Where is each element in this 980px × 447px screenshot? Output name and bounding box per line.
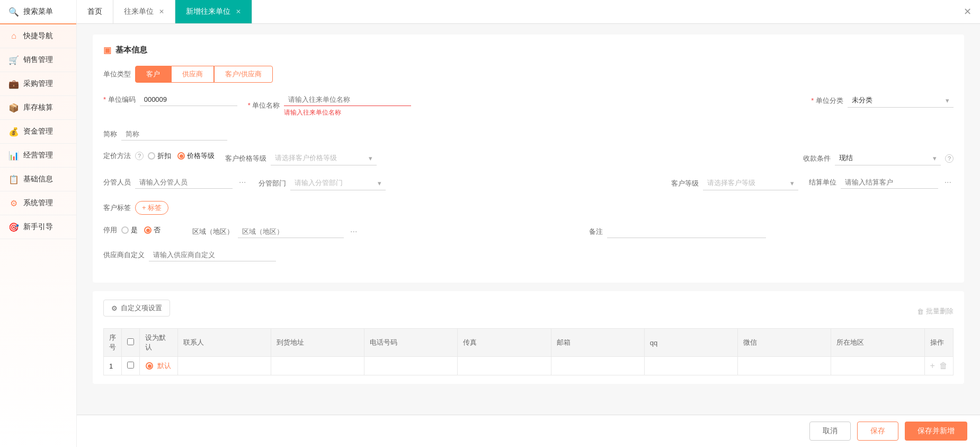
fax-input[interactable]	[463, 362, 545, 370]
finance-icon: 💰	[8, 126, 19, 137]
disable-yes[interactable]: 是	[121, 225, 138, 235]
supplier-custom-input[interactable]	[149, 249, 276, 261]
customer-price-level-label: 客户价格等级	[225, 154, 266, 163]
tag-row: 客户标签 + 标签	[103, 201, 954, 215]
col-qq: qq	[644, 329, 737, 357]
cell-phone[interactable]	[364, 357, 458, 375]
cell-wechat[interactable]	[738, 357, 831, 375]
phone-input[interactable]	[370, 362, 452, 370]
select-all-checkbox[interactable]	[127, 338, 134, 345]
manager-row: 分管人员 ··· 分管部门 请输入分管部门 ▾ 客户等级 请选择客户等级 ▾	[103, 176, 954, 190]
table-region-input[interactable]	[836, 362, 919, 370]
default-radio[interactable]: 默认	[145, 361, 172, 371]
sidebar-item-finance[interactable]: 💰 资金管理	[0, 120, 76, 144]
sidebar-item-guide[interactable]: 🎯 新手引导	[0, 215, 76, 239]
sidebar-item-operations[interactable]: 📊 经营管理	[0, 144, 76, 168]
save-new-button[interactable]: 保存并新增	[905, 422, 967, 441]
add-row-btn[interactable]: +	[930, 361, 935, 371]
cell-qq[interactable]	[644, 357, 737, 375]
default-label: 默认	[157, 361, 171, 371]
sidebar-item-search[interactable]: 🔍 搜索菜单	[0, 0, 76, 24]
type-btn-both[interactable]: 客户/供应商	[214, 66, 273, 83]
region-input[interactable]	[238, 225, 344, 238]
row-checkbox[interactable]	[127, 362, 134, 369]
sidebar-label-operations: 经营管理	[23, 151, 53, 160]
guide-icon: 🎯	[8, 222, 19, 232]
payment-terms-select[interactable]: 现结 ▾	[835, 151, 941, 165]
tab-new-partner-close[interactable]: ✕	[236, 8, 241, 15]
email-input[interactable]	[557, 362, 639, 370]
contact-input[interactable]	[183, 362, 265, 370]
basic-icon: 📋	[8, 174, 19, 185]
delete-row-btn[interactable]: 🗑	[939, 361, 948, 371]
sidebar-label-system: 系统管理	[23, 198, 53, 208]
cell-contact[interactable]	[177, 357, 271, 375]
payment-terms-value: 现结	[839, 153, 853, 163]
remark-label: 备注	[589, 227, 603, 236]
unit-code-input[interactable]	[140, 93, 237, 106]
sidebar-item-basic[interactable]: 📋 基础信息	[0, 168, 76, 191]
settlement-dots-btn[interactable]: ···	[942, 178, 954, 187]
cancel-button[interactable]: 取消	[809, 422, 851, 441]
type-btn-customer[interactable]: 客户	[135, 66, 171, 83]
sidebar-item-purchase[interactable]: 💼 采购管理	[0, 72, 76, 96]
disable-no-circle	[144, 226, 152, 234]
sidebar-item-sales[interactable]: 🛒 销售管理	[0, 48, 76, 72]
table-row: 1 默认	[104, 357, 954, 375]
batch-delete-btn[interactable]: 🗑 批量删除	[917, 306, 954, 316]
col-contact: 联系人	[177, 329, 271, 357]
category-arrow-icon: ▾	[946, 97, 949, 104]
sidebar-item-inventory[interactable]: 📦 库存核算	[0, 96, 76, 120]
type-btn-supplier[interactable]: 供应商	[171, 66, 214, 83]
tab-partners-close[interactable]: ✕	[159, 8, 164, 15]
sidebar-item-quicknav[interactable]: ⌂ 快捷导航	[0, 24, 76, 48]
customer-price-level-select[interactable]: 请选择客户价格等级 ▾	[271, 151, 377, 165]
unit-type-group: 单位类型 客户 供应商 客户/供应商	[103, 66, 273, 83]
manager-dots-btn[interactable]: ···	[237, 178, 248, 187]
default-radio-circle	[146, 362, 153, 370]
pricing-label: 定价方法	[103, 151, 131, 161]
save-button[interactable]: 保存	[857, 422, 898, 441]
qq-input[interactable]	[650, 362, 732, 370]
col-checkbox	[122, 329, 140, 357]
payment-terms-help-icon[interactable]: ?	[945, 154, 954, 163]
abbr-input[interactable]	[121, 128, 227, 141]
disable-region-row: 停用 是 否 区域（地区） ···	[103, 225, 954, 238]
tab-partners[interactable]: 往来单位 ✕	[113, 0, 175, 23]
department-select[interactable]: 请输入分管部门 ▾	[290, 176, 386, 190]
customer-level-group: 客户等级 请选择客户等级 ▾	[671, 176, 798, 190]
region-dots-btn[interactable]: ···	[348, 227, 359, 236]
col-address: 到货地址	[271, 329, 364, 357]
tab-home[interactable]: 首页	[77, 0, 113, 23]
cell-fax[interactable]	[458, 357, 551, 375]
pricing-radio-discount[interactable]: 折扣	[148, 151, 171, 161]
sidebar-item-system[interactable]: ⚙ 系统管理	[0, 191, 76, 215]
settlement-input[interactable]	[841, 176, 938, 189]
payment-terms-arrow-icon: ▾	[933, 154, 937, 162]
col-wechat: 微信	[738, 329, 831, 357]
tab-new-partner[interactable]: 新增往来单位 ✕	[175, 0, 252, 23]
custom-settings-button[interactable]: ⚙ 自定义项设置	[103, 300, 170, 317]
manager-input[interactable]	[135, 176, 233, 189]
disable-no[interactable]: 否	[144, 225, 161, 235]
pricing-help-icon[interactable]: ?	[135, 152, 144, 160]
unit-category-select[interactable]: 未分类 ▾	[848, 93, 954, 108]
cell-email[interactable]	[551, 357, 644, 375]
customer-level-select[interactable]: 请选择客户等级 ▾	[703, 176, 798, 190]
cell-address[interactable]	[271, 357, 364, 375]
cell-region[interactable]	[831, 357, 924, 375]
add-tag-button[interactable]: + 标签	[135, 201, 168, 215]
unit-name-input[interactable]	[284, 93, 411, 106]
wechat-input[interactable]	[743, 362, 825, 370]
supplier-custom-row: 供应商自定义	[103, 249, 954, 261]
system-icon: ⚙	[8, 198, 19, 208]
col-region: 所在地区	[831, 329, 924, 357]
unit-name-error: 请输入往来单位名称	[284, 108, 411, 117]
sales-icon: 🛒	[8, 55, 19, 65]
window-close-button[interactable]: ✕	[955, 6, 980, 17]
batch-delete-label: 批量删除	[926, 306, 954, 316]
unit-name-group: 单位名称 请输入往来单位名称	[248, 93, 801, 117]
remark-input[interactable]	[607, 225, 766, 238]
address-input[interactable]	[277, 362, 359, 370]
pricing-radio-level[interactable]: 价格等级	[177, 151, 215, 161]
